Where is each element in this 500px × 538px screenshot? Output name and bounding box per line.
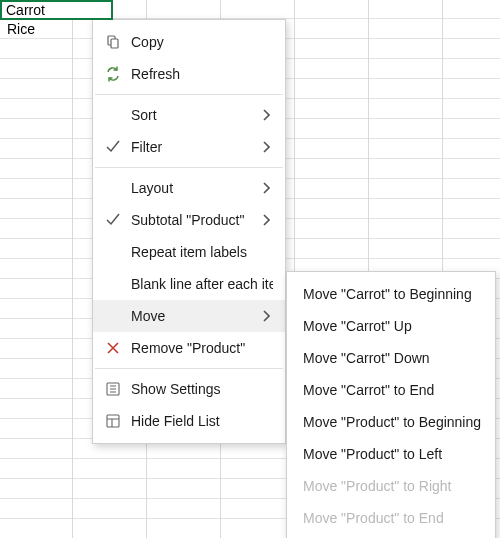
- menu-label: Copy: [131, 34, 273, 50]
- blank-icon: [103, 242, 123, 262]
- remove-icon: [103, 338, 123, 358]
- menu-item-layout[interactable]: Layout: [93, 172, 285, 204]
- menu-label: Refresh: [131, 66, 273, 82]
- move-submenu: Move "Carrot" to Beginning Move "Carrot"…: [286, 271, 496, 538]
- settings-icon: [103, 379, 123, 399]
- submenu-item-product-to-beginning[interactable]: Move "Product" to Beginning: [287, 406, 495, 438]
- menu-separator: [95, 368, 283, 369]
- field-list-icon: [103, 411, 123, 431]
- menu-label: Layout: [131, 180, 259, 196]
- submenu-item-product-to-left[interactable]: Move "Product" to Left: [287, 438, 495, 470]
- cell-selected[interactable]: Carrot: [0, 0, 113, 20]
- menu-label: Move "Product" to Left: [303, 446, 483, 462]
- chevron-right-icon: [259, 214, 273, 226]
- blank-icon: [103, 274, 123, 294]
- menu-item-filter[interactable]: Filter: [93, 131, 285, 163]
- menu-item-copy[interactable]: Copy: [93, 26, 285, 58]
- menu-label: Hide Field List: [131, 413, 273, 429]
- submenu-item-to-beginning[interactable]: Move "Carrot" to Beginning: [287, 278, 495, 310]
- menu-label: Filter: [131, 139, 259, 155]
- blank-icon: [103, 306, 123, 326]
- submenu-item-down[interactable]: Move "Carrot" Down: [287, 342, 495, 374]
- blank-icon: [103, 105, 123, 125]
- menu-item-repeat-labels[interactable]: Repeat item labels: [93, 236, 285, 268]
- svg-rect-1: [111, 39, 118, 48]
- context-menu: Copy Refresh Sort Filter La: [92, 19, 286, 444]
- menu-label: Move "Carrot" to End: [303, 382, 483, 398]
- menu-label: Move "Product" to Right: [303, 478, 483, 494]
- blank-icon: [103, 178, 123, 198]
- chevron-right-icon: [259, 141, 273, 153]
- menu-label: Move: [131, 308, 259, 324]
- check-icon: [103, 137, 123, 157]
- refresh-icon: [103, 64, 123, 84]
- menu-item-subtotal[interactable]: Subtotal "Product": [93, 204, 285, 236]
- menu-label: Blank line after each item: [131, 276, 273, 292]
- menu-item-remove[interactable]: Remove "Product": [93, 332, 285, 364]
- chevron-right-icon: [259, 182, 273, 194]
- menu-label: Move "Product" to Beginning: [303, 414, 483, 430]
- submenu-item-product-to-right: Move "Product" to Right: [287, 470, 495, 502]
- submenu-item-product-to-end: Move "Product" to End: [287, 502, 495, 534]
- submenu-item-to-end[interactable]: Move "Carrot" to End: [287, 374, 495, 406]
- menu-label: Sort: [131, 107, 259, 123]
- menu-label: Move "Carrot" Down: [303, 350, 483, 366]
- menu-label: Move "Carrot" Up: [303, 318, 483, 334]
- menu-item-show-settings[interactable]: Show Settings: [93, 373, 285, 405]
- menu-separator: [95, 167, 283, 168]
- menu-item-blank-line[interactable]: Blank line after each item: [93, 268, 285, 300]
- menu-label: Remove "Product": [131, 340, 273, 356]
- chevron-right-icon: [259, 109, 273, 121]
- menu-separator: [95, 94, 283, 95]
- menu-item-hide-field-list[interactable]: Hide Field List: [93, 405, 285, 437]
- copy-icon: [103, 32, 123, 52]
- menu-label: Subtotal "Product": [131, 212, 259, 228]
- menu-label: Move "Product" to End: [303, 510, 483, 526]
- chevron-right-icon: [259, 310, 273, 322]
- submenu-item-up[interactable]: Move "Carrot" Up: [287, 310, 495, 342]
- menu-label: Repeat item labels: [131, 244, 273, 260]
- svg-rect-3: [107, 415, 119, 427]
- menu-item-refresh[interactable]: Refresh: [93, 58, 285, 90]
- menu-item-move[interactable]: Move: [93, 300, 285, 332]
- menu-item-sort[interactable]: Sort: [93, 99, 285, 131]
- check-icon: [103, 210, 123, 230]
- menu-label: Show Settings: [131, 381, 273, 397]
- menu-label: Move "Carrot" to Beginning: [303, 286, 483, 302]
